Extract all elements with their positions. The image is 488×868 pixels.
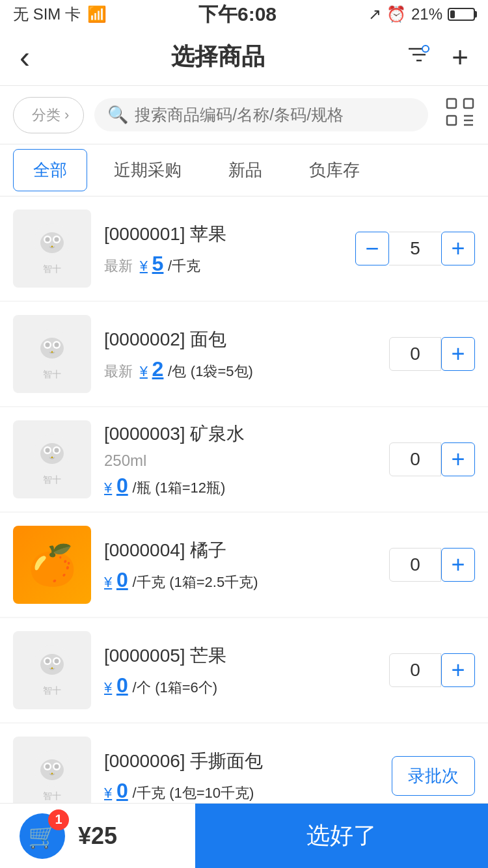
back-button[interactable]: ‹ <box>20 39 30 75</box>
alarm-icon: ⏰ <box>386 5 406 23</box>
product-name-0000006: [0000006] 手撕面包 <box>104 749 379 774</box>
svg-point-35 <box>46 659 50 664</box>
product-price-0000004: ¥ 0 /千克 (1箱=2.5千克) <box>104 568 376 592</box>
cart-section: 🛒 1 ¥25 <box>0 813 195 859</box>
nav-right: + <box>406 41 468 74</box>
tab-recent-label: 近期采购 <box>114 160 182 180</box>
svg-point-29 <box>55 448 59 453</box>
product-name-0000003: [0000003] 矿泉水 <box>104 422 376 446</box>
page-title: 选择商品 <box>171 41 265 73</box>
quantity-input-0000002[interactable] <box>389 337 441 371</box>
cart-button[interactable]: 🛒 1 <box>20 813 65 859</box>
confirm-button[interactable]: 选好了 <box>195 804 488 868</box>
svg-point-22 <box>55 343 59 347</box>
product-name-0000002: [0000002] 面包 <box>104 327 376 352</box>
product-name-0000001: [0000001] 苹果 <box>104 222 342 247</box>
tab-bar: 全部 近期采购 新品 负库存 <box>0 144 488 197</box>
batch-button-0000006[interactable]: 录批次 <box>392 756 475 796</box>
add-icon[interactable]: + <box>452 41 468 74</box>
quantity-input-0000005[interactable] <box>389 653 441 687</box>
category-button[interactable]: 分类 › <box>13 97 84 133</box>
svg-point-14 <box>46 237 50 242</box>
product-price-0000002: 最新 ¥ 2 /包 (1袋=5包) <box>104 357 376 381</box>
filter-icon[interactable] <box>406 44 432 71</box>
product-item-0000005: 智十 [0000005] 芒果 ¥ 0 /个 (1箱=6个) + <box>0 618 488 722</box>
quantity-control-0000001: − + <box>355 232 475 265</box>
tab-all[interactable]: 全部 <box>13 149 87 191</box>
search-input[interactable] <box>135 105 415 124</box>
product-info-0000003: [0000003] 矿泉水 250ml ¥ 0 /瓶 (1箱=12瓶) <box>104 422 376 498</box>
tab-negative[interactable]: 负库存 <box>289 149 380 191</box>
product-info-0000001: [0000001] 苹果 最新 ¥ 5 /千克 <box>104 222 342 276</box>
filter-bar: 分类 › 🔍 <box>0 86 488 144</box>
svg-rect-6 <box>447 116 456 125</box>
status-bar: 无 SIM 卡 📶 下午6:08 ↗ ⏰ 21% <box>0 0 488 29</box>
increase-button-0000004[interactable]: + <box>441 548 475 582</box>
increase-button-0000003[interactable]: + <box>441 442 475 476</box>
product-price-0000001: 最新 ¥ 5 /千克 <box>104 252 342 276</box>
search-box: 🔍 <box>94 98 428 131</box>
product-image-0000001: 智十 <box>13 210 91 288</box>
product-item-0000002: 智十 [0000002] 面包 最新 ¥ 2 /包 (1袋=5包) + <box>0 302 488 406</box>
product-price-0000006: ¥ 0 /千克 (1包=10千克) <box>104 779 379 803</box>
tab-recent[interactable]: 近期采购 <box>94 149 202 191</box>
battery-icon <box>448 8 475 21</box>
svg-rect-4 <box>447 99 456 108</box>
wifi-icon: 📶 <box>87 5 107 23</box>
increase-button-0000001[interactable]: + <box>441 232 475 265</box>
product-price-0000005: ¥ 0 /个 (1箱=6个) <box>104 673 376 698</box>
quantity-control-0000005: + <box>389 653 475 687</box>
svg-rect-5 <box>464 99 473 108</box>
increase-button-0000005[interactable]: + <box>441 653 475 687</box>
cart-total-price: ¥25 <box>78 822 117 850</box>
svg-point-43 <box>55 765 59 769</box>
scan-icon[interactable] <box>445 97 475 133</box>
status-right: ↗ ⏰ 21% <box>368 5 475 23</box>
product-name-0000005: [0000005] 芒果 <box>104 644 376 668</box>
product-info-0000005: [0000005] 芒果 ¥ 0 /个 (1箱=6个) <box>104 644 376 698</box>
svg-point-36 <box>55 659 59 664</box>
product-spec-0000003: 250ml <box>104 452 376 470</box>
quantity-input-0000003[interactable] <box>389 442 441 476</box>
product-item-0000004: 🍊 [0000004] 橘子 ¥ 0 /千克 (1箱=2.5千克) + <box>0 513 488 617</box>
svg-point-11 <box>40 232 64 253</box>
svg-point-18 <box>40 338 64 359</box>
cart-badge: 1 <box>48 809 69 830</box>
svg-point-32 <box>40 654 64 675</box>
product-name-0000004: [0000004] 橘子 <box>104 538 376 563</box>
svg-point-21 <box>46 343 50 347</box>
product-image-0000003: 智十 <box>13 420 91 498</box>
product-image-0000002: 智十 <box>13 315 91 393</box>
svg-point-28 <box>46 448 50 453</box>
battery-percent: 21% <box>411 5 442 23</box>
quantity-control-0000004: + <box>389 548 475 582</box>
product-item-0000003: 智十 [0000003] 矿泉水 250ml ¥ 0 /瓶 (1箱=12瓶) + <box>0 407 488 511</box>
category-label: 分类 <box>32 105 61 125</box>
tab-negative-label: 负库存 <box>309 160 360 180</box>
product-image-0000004: 🍊 <box>13 526 91 604</box>
product-info-0000002: [0000002] 面包 最新 ¥ 2 /包 (1袋=5包) <box>104 327 376 381</box>
search-icon: 🔍 <box>107 105 128 125</box>
svg-point-3 <box>422 46 429 52</box>
product-image-0000005: 智十 <box>13 631 91 709</box>
quantity-control-0000002: + <box>389 337 475 371</box>
chevron-right-icon: › <box>64 107 69 124</box>
product-list: 智十 [0000001] 苹果 最新 ¥ 5 /千克 − + <box>0 197 488 868</box>
quantity-control-0000003: + <box>389 442 475 476</box>
decrease-button-0000001[interactable]: − <box>355 232 389 265</box>
svg-point-39 <box>40 759 64 780</box>
status-time: 下午6:08 <box>198 1 277 28</box>
tab-new[interactable]: 新品 <box>208 149 282 191</box>
quantity-input-0000001[interactable] <box>389 232 441 265</box>
increase-button-0000002[interactable]: + <box>441 337 475 371</box>
quantity-input-0000004[interactable] <box>389 548 441 582</box>
nav-bar: ‹ 选择商品 + <box>0 29 488 86</box>
bottom-bar: 🛒 1 ¥25 选好了 <box>0 803 488 868</box>
product-info-0000006: [0000006] 手撕面包 ¥ 0 /千克 (1包=10千克) <box>104 749 379 803</box>
carrier-label: 无 SIM 卡 <box>13 4 81 25</box>
svg-point-25 <box>40 443 64 464</box>
location-icon: ↗ <box>368 5 381 23</box>
status-left: 无 SIM 卡 📶 <box>13 4 107 25</box>
product-price-0000003: ¥ 0 /瓶 (1箱=12瓶) <box>104 474 376 498</box>
product-item-0000001: 智十 [0000001] 苹果 最新 ¥ 5 /千克 − + <box>0 197 488 301</box>
